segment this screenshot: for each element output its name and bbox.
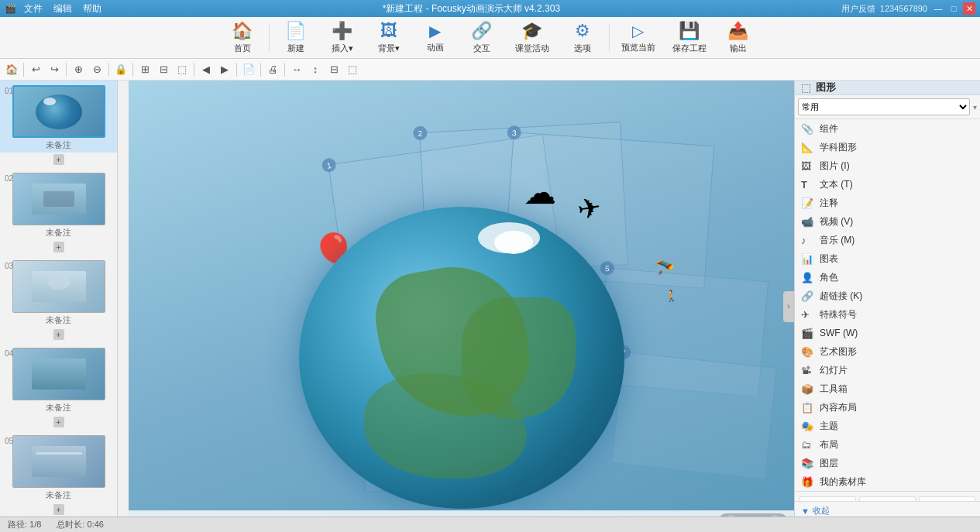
sec-sep-7 <box>260 63 261 77</box>
close-button[interactable]: ✕ <box>963 2 975 15</box>
sec-frame-btn[interactable]: ⬚ <box>174 61 191 78</box>
menu-symbol[interactable]: ✈ 特殊符号 <box>795 305 980 324</box>
menu-toolbox[interactable]: 📦 工具箱 <box>795 379 980 398</box>
sec-minus-btn[interactable]: ⊟ <box>155 61 172 78</box>
user-account: 1234567890 <box>880 4 927 13</box>
swf-label: SWF (W) <box>820 328 858 338</box>
toolbar-new[interactable]: 📄 新建 <box>273 19 319 57</box>
menu-edit[interactable]: 编辑 <box>53 2 72 15</box>
menu-hyperlink[interactable]: 🔗 超链接 (K) <box>795 287 980 305</box>
slide-thumb-1 <box>12 85 105 138</box>
sec-copy-btn[interactable]: 📄 <box>240 61 257 78</box>
canvas-frame-7[interactable]: 7 <box>611 352 777 479</box>
menu-slides[interactable]: 📽 幻灯片 <box>795 361 980 379</box>
shape-menu-list: 📎 组件 📐 学科图形 🖼 图片 (I) T 文本 (T) 📝 注释 📹 <box>795 119 980 492</box>
menu-theme[interactable]: 🎭 主题 <box>795 417 980 435</box>
slide-item-1[interactable]: 01 未备注 <box>0 81 117 153</box>
sec-redo-btn[interactable]: ↪ <box>46 61 63 78</box>
toolbar-background[interactable]: 🖼 背景▾ <box>366 19 412 57</box>
slide-item-4[interactable]: 04 未备注 <box>0 343 117 415</box>
menu-help[interactable]: 帮助 <box>83 2 101 15</box>
menu-note[interactable]: 📝 注释 <box>795 194 980 212</box>
cloud-object: ☁ <box>524 173 556 211</box>
symbol-label: 特殊符号 <box>820 308 857 321</box>
main-layout: 01 未备注 + 02 未备注 + 03 <box>0 81 980 532</box>
toolbar-save[interactable]: 💾 保存工程 <box>664 19 715 57</box>
slide-item-3[interactable]: 03 未备注 <box>0 256 117 328</box>
slide-thumb-5 <box>12 435 105 488</box>
menu-subject-shape[interactable]: 📐 学科图形 <box>795 138 980 156</box>
sec-next-btn[interactable]: ▶ <box>216 61 233 78</box>
menu-art-shape[interactable]: 🎨 艺术图形 <box>795 342 980 361</box>
toolbar-animation[interactable]: ▶ 动画 <box>412 19 459 57</box>
menu-character[interactable]: 👤 角色 <box>795 268 980 287</box>
sec-prev-btn[interactable]: ◀ <box>198 61 215 78</box>
interact-label: 交互 <box>473 43 490 54</box>
theme-icon: 🎭 <box>801 420 815 432</box>
music-label: 音乐 (M) <box>820 234 854 247</box>
slides-label: 幻灯片 <box>820 364 848 377</box>
sec-grid-btn[interactable]: ⊞ <box>136 61 153 78</box>
sec-lock-btn[interactable]: 🔒 <box>112 61 129 78</box>
menu-file[interactable]: 文件 <box>24 2 43 15</box>
sec-align-btn[interactable]: ⊟ <box>325 61 342 78</box>
maximize-button[interactable]: □ <box>947 2 960 15</box>
slide-add-3[interactable]: + <box>53 329 64 340</box>
sec-sep-4 <box>132 63 133 77</box>
toolbox-icon: 📦 <box>801 383 815 395</box>
slide-add-1[interactable]: + <box>53 154 64 165</box>
sec-zoom-in-btn[interactable]: ⊕ <box>70 61 87 78</box>
swf-icon: 🎬 <box>801 328 815 339</box>
slide-label-2: 未备注 <box>46 227 71 239</box>
slide-add-5[interactable]: + <box>53 504 64 515</box>
toolbar-home[interactable]: 🏠 首页 <box>219 19 266 57</box>
menu-chart[interactable]: 📊 图表 <box>795 249 980 268</box>
toolbox-label: 工具箱 <box>820 383 848 396</box>
filter-dropdown-icon: ▾ <box>973 103 977 112</box>
new-label: 新建 <box>287 43 304 54</box>
my-assets-icon: 🎁 <box>801 476 815 488</box>
menu-swf[interactable]: 🎬 SWF (W) <box>795 324 980 342</box>
sec-zoom-out-btn[interactable]: ⊖ <box>88 61 105 78</box>
menu-component[interactable]: 📎 组件 <box>795 119 980 138</box>
output-label: 输出 <box>730 43 747 54</box>
symbol-icon: ✈ <box>801 309 815 321</box>
canvas-area[interactable]: 1 2 3 4 5 6 7 🎈 <box>129 81 794 532</box>
sec-flip-h-btn[interactable]: ↔ <box>288 61 305 78</box>
slide-add-2[interactable]: + <box>53 242 64 252</box>
menu-content-layout[interactable]: 📋 内容布局 <box>795 398 980 417</box>
right-panel-header: ⬚ 图形 <box>795 81 980 95</box>
toolbar-output[interactable]: 📤 输出 <box>715 19 762 57</box>
sec-flip-v-btn[interactable]: ↕ <box>307 61 324 78</box>
status-path: 路径: 1/8 <box>8 519 41 530</box>
toolbar-preview[interactable]: ▷ 预览当前 <box>613 19 664 57</box>
home-icon: 🏠 <box>232 21 253 41</box>
menu-layer[interactable]: 📚 图层 <box>795 454 980 472</box>
sec-delete-btn[interactable]: ⬚ <box>344 61 361 78</box>
menu-music[interactable]: ♪ 音乐 (M) <box>795 231 980 249</box>
sec-home-btn[interactable]: 🏠 <box>3 61 20 78</box>
preview-label: 预览当前 <box>621 42 655 53</box>
toolbar-options[interactable]: ⚙ 选项 <box>559 19 606 57</box>
user-info[interactable]: 用户反馈 <box>841 3 875 15</box>
sec-print-btn[interactable]: 🖨 <box>264 61 281 78</box>
sec-undo-btn[interactable]: ↩ <box>27 61 44 78</box>
slide-add-4[interactable]: + <box>53 417 64 427</box>
menu-layout[interactable]: 🗂 布局 <box>795 435 980 454</box>
menu-my-assets[interactable]: 🎁 我的素材库 <box>795 472 980 491</box>
shape-filter-select[interactable]: 常用全部 <box>798 98 970 115</box>
minimize-button[interactable]: — <box>932 2 944 15</box>
frame-num-3: 3 <box>507 125 521 140</box>
toolbar-insert[interactable]: ➕ 插入▾ <box>319 19 366 57</box>
menu-text[interactable]: T 文本 (T) <box>795 175 980 194</box>
slide-item-5[interactable]: 05 未备注 <box>0 431 117 503</box>
canvas-right-toggle[interactable]: › <box>783 291 794 322</box>
toolbar-interact[interactable]: 🔗 交互 <box>459 19 505 57</box>
titlebar-menus: 文件 编辑 帮助 <box>24 2 101 15</box>
menu-video[interactable]: 📹 视频 (V) <box>795 212 980 231</box>
slide-item-2[interactable]: 02 未备注 <box>0 168 117 240</box>
background-icon: 🖼 <box>380 21 397 41</box>
titlebar-title: *新建工程 - Focusky动画演示大师 v4.2.303 <box>101 2 841 15</box>
toolbar-classroom[interactable]: 🎓 课堂活动 <box>505 19 559 57</box>
menu-image[interactable]: 🖼 图片 (I) <box>795 156 980 175</box>
